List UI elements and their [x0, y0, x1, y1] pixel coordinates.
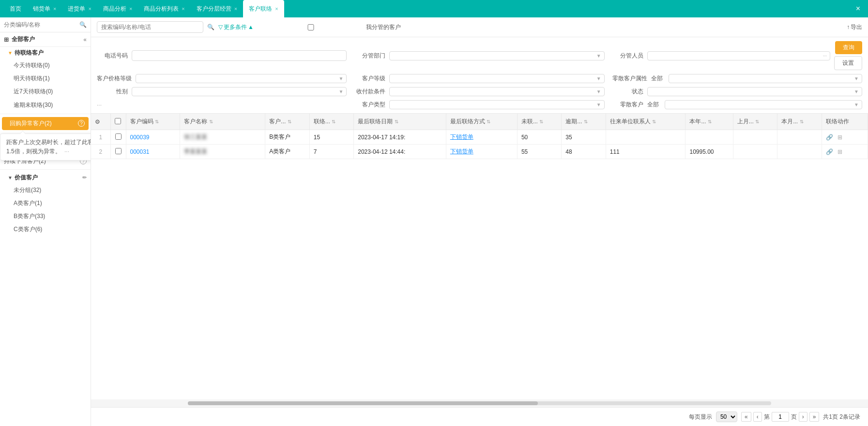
manager-select[interactable]: ··· [647, 51, 830, 60]
search-input[interactable] [97, 21, 203, 33]
retail-customer-label: 零散客户 [612, 101, 643, 109]
export-button[interactable]: ↑ 导出 [847, 23, 862, 31]
sidebar-item-today[interactable]: 今天待联络(0) [0, 59, 91, 72]
sidebar-item-class-b[interactable]: B类客户(33) [0, 210, 91, 223]
row-1-grid-icon[interactable]: ⊞ [838, 134, 842, 141]
th-contact-count: 联络... ⇅ [309, 114, 353, 130]
first-page-button[interactable]: « [741, 412, 751, 422]
nav-customer-contact-close[interactable]: × [275, 6, 278, 12]
dept-label: 分管部门 [354, 52, 385, 60]
filter-dots[interactable]: ··· [97, 102, 102, 108]
filter-customer-type: 客户类型 ▼ [354, 100, 604, 109]
od-sort-icon[interactable]: ⇅ [584, 119, 588, 124]
row-2-select-checkbox[interactable] [115, 148, 122, 154]
nav-product-analysis-list[interactable]: 商品分析列表 × [138, 0, 190, 17]
select-all-checkbox[interactable] [115, 118, 121, 124]
nav-close-all[interactable]: × [852, 4, 864, 13]
query-button[interactable]: 查询 [835, 41, 862, 54]
sidebar-item-tomorrow[interactable]: 明天待联络(1) [0, 72, 91, 85]
row-1-last-contact-method[interactable]: 下销货单 [446, 130, 517, 145]
prev-page-button[interactable]: ‹ [753, 412, 762, 422]
nav-product-analysis-close[interactable]: × [129, 6, 132, 12]
row-2-code[interactable]: 000031 [126, 145, 180, 159]
retail-customer-select[interactable]: ▼ [665, 100, 862, 109]
per-page-select[interactable]: 50 [716, 411, 737, 422]
th-action-label: 联络动作 [826, 118, 849, 125]
row-2-name[interactable]: 李某某某 [180, 145, 265, 159]
row-2-grid-icon[interactable]: ⊞ [838, 148, 842, 155]
name-sort-icon[interactable]: ⇅ [209, 119, 213, 124]
cy-sort-icon[interactable]: ⇅ [708, 119, 712, 124]
sidebar-all-customers[interactable]: ⊞ 全部客户 « [0, 32, 91, 47]
filter-manager: 分管人员 ··· 查询 设置 [612, 41, 862, 70]
all-customers-label: 全部客户 [12, 35, 35, 44]
setting-button[interactable]: 设置 [834, 56, 862, 70]
row-1-name[interactable]: 张三某某 [180, 130, 265, 145]
value-group-edit-icon[interactable]: ✏ [82, 175, 87, 181]
nav-customer-segmentation-close[interactable]: × [234, 6, 237, 12]
nav-customer-segmentation[interactable]: 客户分层经营 × [191, 0, 243, 17]
nav-purchase-order[interactable]: 进货单 × [62, 0, 97, 17]
sidebar-search-input[interactable] [4, 21, 79, 28]
sidebar-item-7days[interactable]: 近7天待联络(0) [0, 85, 91, 98]
row-1-checkbox[interactable] [110, 130, 126, 145]
price-level-select[interactable]: ▼ [136, 74, 347, 83]
sidebar-pending-contact-group[interactable]: ▼ 待联络客户 [0, 47, 91, 59]
ctype-sort-icon[interactable]: ⇅ [288, 119, 291, 124]
sidebar-item-class-a[interactable]: A类客户(1) [0, 197, 91, 210]
table-body: 1 000039 张三某某 B类客户 15 2023-04-17 14:19: … [91, 130, 868, 159]
sidebar-search-icon[interactable]: 🔍 [79, 21, 87, 28]
dept-select[interactable]: ▼ [389, 51, 604, 60]
row-2-current-year: 10995.00 [685, 145, 733, 159]
row-2-last-contact-method[interactable]: 下销货单 [446, 145, 517, 159]
sidebar-item-repurchase-anomaly[interactable]: 回购异常客户(2) ? [2, 117, 89, 130]
customer-type-select[interactable]: ▼ [389, 100, 604, 109]
sidebar-item-ungrouped[interactable]: 未分组(32) [0, 184, 91, 197]
nav-purchase-order-close[interactable]: × [88, 6, 91, 12]
row-2-link-icon[interactable]: 🔗 [826, 148, 833, 155]
sidebar-item-overdue[interactable]: 逾期未联络(30) [0, 99, 91, 112]
lcm-sort-icon[interactable]: ⇅ [487, 119, 490, 124]
nav-product-analysis[interactable]: 商品分析 × [97, 0, 138, 17]
cc-sort-icon[interactable]: ⇅ [332, 119, 335, 124]
my-customers-checkbox-area[interactable]: 我分管的客户 [258, 23, 401, 31]
nav-home[interactable]: 首页 [4, 0, 27, 17]
more-conditions-button[interactable]: ▽ 更多条件 ▲ [218, 23, 254, 31]
ur-sort-icon[interactable]: ⇅ [539, 119, 543, 124]
gear-icon[interactable]: ⚙ [95, 118, 100, 125]
gender-select[interactable]: ▼ [132, 87, 347, 96]
lcd-sort-icon[interactable]: ⇅ [395, 119, 398, 124]
row-2-name-value: 李某某某 [184, 148, 207, 155]
sidebar-value-group[interactable]: ▼ 价值客户 ✏ [0, 172, 91, 184]
row-1-link-icon[interactable]: 🔗 [826, 134, 833, 141]
scroll-thumb[interactable] [188, 401, 538, 405]
nav-product-analysis-list-close[interactable]: × [182, 6, 184, 12]
phone-input[interactable] [132, 50, 347, 61]
sidebar-item-class-c[interactable]: C类客户(6) [0, 223, 91, 236]
nav-product-analysis-list-label: 商品分析列表 [144, 5, 179, 13]
next-page-button[interactable]: › [799, 412, 807, 422]
row-1-select-checkbox[interactable] [115, 133, 122, 140]
payment-select[interactable]: ▼ [389, 87, 604, 96]
my-customers-checkbox[interactable] [258, 24, 364, 30]
cm-sort-icon[interactable]: ⇅ [800, 119, 804, 124]
nav-customer-contact[interactable]: 客户联络 × [243, 0, 284, 17]
status-select[interactable]: ▼ [647, 87, 862, 96]
repurchase-help-icon[interactable]: ? [78, 120, 85, 127]
ungrouped-label: 未分组(32) [14, 187, 41, 193]
nav-sales-order[interactable]: 销货单 × [27, 0, 62, 17]
nav-sales-order-close[interactable]: × [53, 6, 56, 12]
retail-attr-select[interactable]: ▼ [669, 74, 862, 83]
page-number-input[interactable] [772, 412, 789, 422]
row-2-checkbox[interactable] [110, 145, 126, 159]
code-sort-icon[interactable]: ⇅ [155, 119, 159, 124]
search-button[interactable]: 🔍 [207, 24, 214, 30]
last-page-button[interactable]: » [809, 412, 820, 422]
cp-sort-icon[interactable]: ⇅ [652, 119, 656, 124]
lm-sort-icon[interactable]: ⇅ [755, 119, 759, 124]
row-1-code[interactable]: 000039 [126, 130, 180, 145]
horizontal-scrollbar[interactable] [91, 399, 868, 407]
export-icon: ↑ [847, 24, 850, 30]
customer-level-select[interactable]: ▼ [389, 74, 604, 83]
nav-customer-segmentation-label: 客户分层经营 [197, 5, 231, 13]
